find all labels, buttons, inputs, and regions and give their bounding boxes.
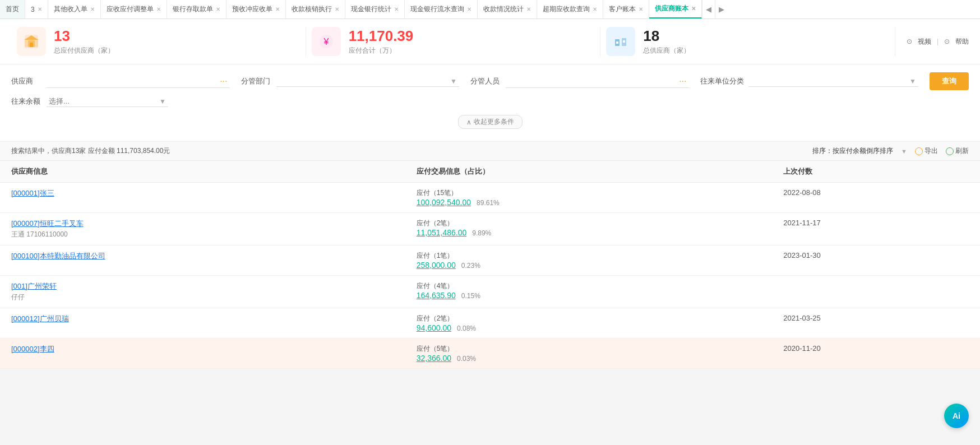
supplier-link[interactable]: [000001]张三 bbox=[11, 189, 54, 197]
nav-tab-cash-stat[interactable]: 现金银行统计 ✕ bbox=[345, 0, 405, 18]
nav-tab-3[interactable]: 3 ✕ bbox=[25, 0, 48, 18]
dept-input[interactable] bbox=[279, 77, 451, 85]
close-cash-stat-icon[interactable]: ✕ bbox=[394, 6, 399, 12]
amount-link[interactable]: 258,000.00 bbox=[417, 261, 456, 270]
supplier-filter-item: 供应商 ··· bbox=[11, 75, 230, 88]
tx-label: 应付 bbox=[417, 282, 430, 290]
nav-tab-supplier-ledger[interactable]: 供应商账本 ✕ bbox=[649, 0, 702, 18]
collapse-button[interactable]: ∧ 收起更多条件 bbox=[458, 115, 523, 129]
amount-link[interactable]: 94,600.00 bbox=[417, 323, 451, 332]
balance-input[interactable] bbox=[49, 97, 159, 105]
amount-link[interactable]: 100,092,540.00 bbox=[417, 198, 471, 207]
amount-link[interactable]: 11,051,486.00 bbox=[417, 228, 467, 237]
summary-card-total-suppliers: 18 总供应商（家） bbox=[600, 27, 895, 56]
supplier-link[interactable]: [000002]李四 bbox=[11, 345, 54, 353]
supplier-info-cell: [000100]本特勤油品有限公司 bbox=[0, 245, 405, 276]
close-cash-flow-icon[interactable]: ✕ bbox=[467, 6, 471, 12]
percentage: 0.15% bbox=[461, 292, 480, 300]
ap-tx-cell: 应付（5笔）32,366.000.03% bbox=[405, 339, 773, 369]
unit-type-input[interactable] bbox=[751, 77, 910, 85]
summary-card-ap-suppliers: 13 总应付供应商（家） bbox=[11, 27, 306, 56]
nav-tab-home[interactable]: 首页 bbox=[0, 0, 25, 18]
nav-tab-prepay-collect[interactable]: 预收冲应收单 ✕ bbox=[226, 0, 286, 18]
ap-amount-icon: ¥ bbox=[312, 27, 341, 56]
nav-tab-ar-ap-adjust[interactable]: 应收应付调整单 ✕ bbox=[101, 0, 167, 18]
close-receipt-verify-icon[interactable]: ✕ bbox=[335, 6, 339, 12]
unit-type-filter-item: 往来单位分类 ▼ bbox=[700, 76, 919, 87]
nav-tab-bank-deposit[interactable]: 银行存取款单 ✕ bbox=[167, 0, 226, 18]
sort-label[interactable]: 排序：按应付余额倒序排序 bbox=[812, 146, 893, 156]
tx-count: （2笔） bbox=[430, 314, 454, 322]
supplier-link[interactable]: [000012]广州贝瑞 bbox=[11, 314, 69, 323]
close-supplier-ledger-icon[interactable]: ✕ bbox=[691, 6, 696, 12]
supplier-info-cell: [001]广州荣轩仔仔 bbox=[0, 276, 405, 308]
ap-suppliers-text: 13 总应付供应商（家） bbox=[54, 27, 114, 55]
balance-dropdown-icon[interactable]: ▼ bbox=[159, 98, 166, 105]
amount-link[interactable]: 32,366.00 bbox=[417, 354, 451, 363]
supplier-input[interactable] bbox=[49, 77, 220, 85]
supplier-link[interactable]: [000100]本特勤油品有限公司 bbox=[11, 252, 105, 260]
supplier-link[interactable]: [001]广州荣轩 bbox=[11, 282, 57, 290]
results-bar: 搜索结果中，供应商13家 应付金额 111,703,854.00元 排序：按应付… bbox=[0, 142, 980, 161]
close-ar-ap-icon[interactable]: ✕ bbox=[156, 6, 161, 12]
close-overdue-ar-icon[interactable]: ✕ bbox=[593, 6, 597, 12]
svg-rect-3 bbox=[30, 43, 33, 47]
tx-count: （4笔） bbox=[430, 282, 454, 290]
supplier-link[interactable]: [000007]恒旺二手叉车 bbox=[11, 219, 84, 228]
ap-suppliers-label: 总应付供应商（家） bbox=[54, 46, 114, 55]
nav-tab-other-income[interactable]: 其他收入单 ✕ bbox=[48, 0, 101, 18]
person-filter-label: 分管人员 bbox=[470, 76, 501, 86]
nav-tab-3-label: 3 bbox=[31, 6, 35, 13]
tx-label: 应付 bbox=[417, 252, 430, 259]
nav-tab-receipt-stat[interactable]: 收款情况统计 ✕ bbox=[478, 0, 537, 18]
close-bank-deposit-icon[interactable]: ✕ bbox=[216, 6, 220, 12]
close-prepay-icon[interactable]: ✕ bbox=[275, 6, 280, 12]
supplier-table: 供应商信息 应付交易信息（占比） 上次付数 [000001]张三应付（15笔）1… bbox=[0, 161, 980, 369]
link-divider: | bbox=[937, 38, 939, 45]
nav-tab-cash-flow[interactable]: 现金银行流水查询 ✕ bbox=[405, 0, 478, 18]
supplier-table-wrapper: 供应商信息 应付交易信息（占比） 上次付数 [000001]张三应付（15笔）1… bbox=[0, 161, 980, 369]
balance-filter-label: 往来余额 bbox=[11, 96, 42, 106]
tx-count: （1笔） bbox=[430, 252, 454, 259]
nav-prev-arrow[interactable]: ◀ bbox=[702, 0, 715, 18]
export-button[interactable]: 导出 bbox=[915, 146, 938, 156]
ap-amount-text: 11,170.39 应付合计（万） bbox=[349, 27, 414, 55]
svg-rect-11 bbox=[623, 40, 625, 43]
last-payment-cell: 2021-03-25 bbox=[772, 308, 980, 339]
amount-link[interactable]: 164,635.90 bbox=[417, 291, 456, 300]
close-other-income-icon[interactable]: ✕ bbox=[90, 6, 95, 12]
video-link[interactable]: 视频 bbox=[918, 37, 931, 47]
ap-suppliers-icon bbox=[17, 27, 46, 56]
ap-tx-cell: 应付（2笔）94,600.000.08% bbox=[405, 308, 773, 339]
dept-dropdown-icon[interactable]: ▼ bbox=[450, 77, 457, 85]
close-customer-ledger-icon[interactable]: ✕ bbox=[639, 6, 643, 12]
last-payment-cell: 2022-08-08 bbox=[772, 183, 980, 213]
help-link[interactable]: 帮助 bbox=[955, 37, 969, 47]
nav-tab-customer-ledger[interactable]: 客户账本 ✕ bbox=[603, 0, 649, 18]
person-input[interactable] bbox=[508, 77, 679, 85]
nav-tab-overdue-ar-label: 超期应收款查询 bbox=[543, 4, 590, 14]
close-receipt-stat-icon[interactable]: ✕ bbox=[526, 6, 531, 12]
total-suppliers-number: 18 bbox=[643, 27, 690, 45]
nav-next-arrow[interactable]: ▶ bbox=[715, 0, 728, 18]
supplier-filter-label: 供应商 bbox=[11, 76, 42, 86]
refresh-button[interactable]: 刷新 bbox=[946, 146, 969, 156]
last-payment-cell bbox=[772, 276, 980, 308]
svg-text:¥: ¥ bbox=[323, 37, 329, 47]
ap-tx-cell: 应付（4笔）164,635.900.15% bbox=[405, 276, 773, 308]
col-last-payment: 上次付数 bbox=[772, 161, 980, 183]
table-header-row: 供应商信息 应付交易信息（占比） 上次付数 bbox=[0, 161, 980, 183]
table-row: [000001]张三应付（15笔）100,092,540.0089.61%202… bbox=[0, 183, 980, 213]
sort-dropdown-icon[interactable]: ▼ bbox=[901, 148, 907, 155]
supplier-dots-icon[interactable]: ··· bbox=[220, 76, 227, 86]
nav-tab-receipt-verify[interactable]: 收款核销执行 ✕ bbox=[286, 0, 345, 18]
nav-tab-overdue-ar[interactable]: 超期应收款查询 ✕ bbox=[537, 0, 603, 18]
svg-rect-10 bbox=[616, 41, 618, 44]
close-tab-3-icon[interactable]: ✕ bbox=[38, 6, 42, 12]
percentage: 0.03% bbox=[457, 355, 476, 363]
col-supplier-info: 供应商信息 bbox=[0, 161, 405, 183]
query-button[interactable]: 查询 bbox=[930, 72, 969, 90]
person-filter-container: ··· bbox=[506, 75, 689, 88]
unit-type-dropdown-icon[interactable]: ▼ bbox=[909, 77, 916, 85]
person-dots-icon[interactable]: ··· bbox=[679, 76, 686, 86]
